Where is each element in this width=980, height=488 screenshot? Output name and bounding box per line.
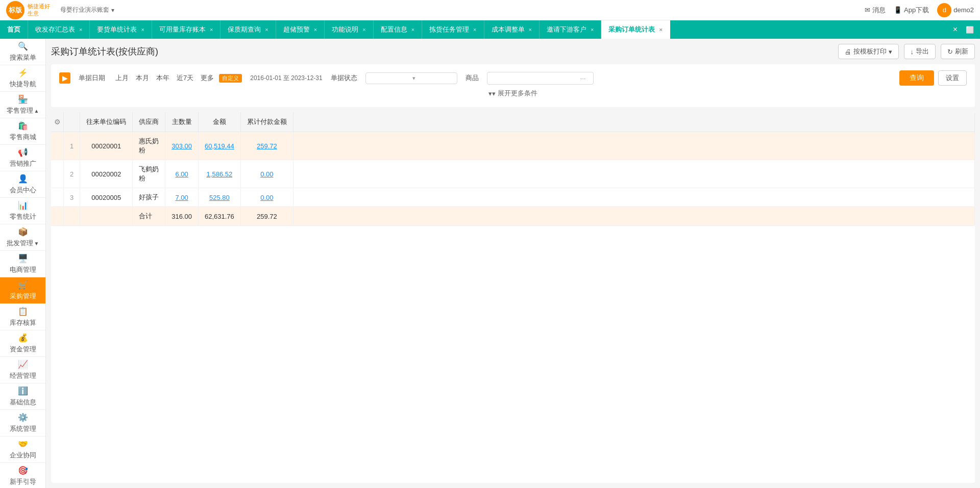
- tab-config-info-label: 配置信息: [381, 25, 407, 34]
- sidebar-item-retail-shop[interactable]: 🛍️ 零售商城: [0, 118, 45, 145]
- row2-main-qty[interactable]: 6.00: [165, 160, 199, 188]
- sidebar-item-system-mgmt[interactable]: ⚙️ 系统管理: [0, 410, 45, 436]
- export-button[interactable]: ↓ 导出: [904, 44, 936, 59]
- expand-more-row[interactable]: ▾▾ 展开更多条件: [59, 86, 967, 101]
- date-range-display: 2016-01-01 至 2023-12-31: [250, 74, 322, 83]
- table-gear-icon[interactable]: ⚙: [54, 118, 61, 126]
- col-main-qty: 主数量: [165, 112, 199, 132]
- date-shortcut-this-month[interactable]: 本月: [134, 72, 151, 84]
- tab-order-summary[interactable]: 要货单统计表 ×: [90, 20, 152, 39]
- table-row: 1 00020001 惠氏奶粉 303.00 60,519.44 259.72: [51, 132, 975, 160]
- tab-pick-task[interactable]: 拣货任务管理 ×: [422, 20, 484, 39]
- tab-home[interactable]: 首页: [0, 20, 28, 39]
- date-shortcut-this-year[interactable]: 本年: [154, 72, 172, 84]
- close-tab-pick-task[interactable]: ×: [473, 27, 476, 33]
- row1-paid-amount[interactable]: 259.72: [240, 132, 293, 160]
- close-tab-overstock-warning[interactable]: ×: [314, 27, 317, 33]
- export-label: 导出: [916, 47, 929, 56]
- tab-overstock-warning[interactable]: 超储预警 ×: [276, 20, 325, 39]
- sidebar-item-retail-stats[interactable]: 📊 零售统计: [0, 198, 45, 224]
- close-tab-receive-summary[interactable]: ×: [79, 27, 82, 33]
- workspace-arrow: ▾: [111, 7, 114, 14]
- row1-amount[interactable]: 60,519.44: [199, 132, 241, 160]
- refresh-button[interactable]: ↻ 刷新: [941, 44, 975, 59]
- date-shortcut-last-month[interactable]: 上月: [113, 72, 131, 84]
- filter-toggle-btn[interactable]: ▶: [59, 72, 70, 84]
- sidebar-item-search[interactable]: 🔍 搜索菜单: [0, 39, 45, 65]
- goods-input-dots[interactable]: ···: [578, 74, 588, 82]
- message-action[interactable]: ✉ 消息: [865, 6, 886, 15]
- filter-bar: ▶ 单据日期 上月 本月 本年 近7天 更多 自定义 2016-01-01 至 …: [51, 64, 975, 107]
- row2-paid-amount[interactable]: 0.00: [240, 160, 293, 188]
- close-tab-invite-downstream[interactable]: ×: [591, 27, 594, 33]
- sidebar-quick-nav-label: 快捷导航: [10, 80, 36, 89]
- workspace-selector[interactable]: 母婴行业演示账套 ▾: [60, 6, 114, 14]
- sidebar-wholesale-mgmt-label: 批发管理: [7, 239, 33, 248]
- footer-extra: [293, 207, 974, 226]
- user-info[interactable]: d demo2: [937, 3, 974, 17]
- sidebar-item-wholesale-mgmt[interactable]: 📦 批发管理 ▼: [0, 224, 45, 251]
- close-tab-cost-adjust[interactable]: ×: [529, 27, 532, 33]
- printer-icon: 🖨: [845, 48, 851, 56]
- row1-extra: [293, 132, 974, 160]
- sidebar-item-marketing[interactable]: 📢 营销推广: [0, 145, 45, 171]
- tab-config-info[interactable]: 配置信息 ×: [374, 20, 422, 39]
- date-custom-badge[interactable]: 自定义: [219, 74, 242, 83]
- row3-amount[interactable]: 525.80: [199, 188, 241, 207]
- status-dropdown[interactable]: ▾: [365, 72, 457, 84]
- date-shortcut-more[interactable]: 更多: [199, 72, 216, 84]
- row1-main-qty[interactable]: 303.00: [165, 132, 199, 160]
- tab-order-summary-label: 要货单统计表: [97, 25, 137, 34]
- operations-mgmt-icon: 📈: [18, 359, 28, 369]
- query-button[interactable]: 查询: [899, 70, 934, 86]
- tab-purchase-order-summary[interactable]: 采购订单统计表 ×: [601, 20, 670, 39]
- retail-mgmt-arrow: ▲: [34, 108, 39, 114]
- page-header-actions: 🖨 按模板打印 ▾ ↓ 导出 ↻ 刷新: [838, 44, 975, 59]
- sidebar-system-mgmt-label: 系统管理: [10, 424, 36, 433]
- sidebar-item-inventory-check[interactable]: 📋 库存核算: [0, 304, 45, 330]
- date-shortcut-7days[interactable]: 近7天: [175, 72, 195, 84]
- row3-main-qty[interactable]: 7.00: [165, 188, 199, 207]
- sidebar-enterprise-collab-label: 企业协同: [10, 451, 36, 460]
- top-bar: 标版 畅捷通好生意 母婴行业演示账套 ▾ ✉ 消息 📱 App下载 d demo…: [0, 0, 980, 20]
- template-print-button[interactable]: 🖨 按模板打印 ▾: [838, 44, 899, 59]
- user-name: demo2: [953, 6, 974, 14]
- col-settings[interactable]: ⚙: [51, 112, 64, 132]
- sidebar-item-retail-mgmt[interactable]: 🏪 零售管理 ▲: [0, 92, 45, 118]
- sidebar-item-ecommerce-mgmt[interactable]: 🖥️ 电商管理: [0, 251, 45, 277]
- tab-function-desc[interactable]: 功能说明 ×: [325, 20, 373, 39]
- row2-amount[interactable]: 1,586.52: [199, 160, 241, 188]
- settings-button[interactable]: 设置: [938, 70, 967, 86]
- close-all-tabs-btn[interactable]: ×: [951, 23, 960, 36]
- tab-purchase-order-summary-label: 采购订单统计表: [608, 25, 655, 34]
- sidebar-item-basic-info[interactable]: ℹ️ 基础信息: [0, 383, 45, 410]
- maximize-btn[interactable]: ⬜: [964, 24, 976, 36]
- sidebar-member-center-label: 会员中心: [10, 186, 36, 195]
- tab-available-stock[interactable]: 可用量库存账本 ×: [152, 20, 220, 39]
- sidebar-wholesale-group: 批发管理 ▼: [7, 239, 39, 248]
- sidebar-item-member-center[interactable]: 👤 会员中心: [0, 171, 45, 198]
- row3-paid-amount[interactable]: 0.00: [240, 188, 293, 207]
- tab-expiry-query[interactable]: 保质期查询 ×: [220, 20, 276, 39]
- close-tab-purchase-order-summary[interactable]: ×: [659, 27, 662, 33]
- app-download-action[interactable]: 📱 App下载: [894, 6, 929, 15]
- sidebar-item-operations-mgmt[interactable]: 📈 经营管理: [0, 357, 45, 383]
- tab-invite-downstream[interactable]: 邀请下游客户 ×: [540, 20, 601, 39]
- tab-cost-adjust[interactable]: 成本调整单 ×: [484, 20, 540, 39]
- close-tab-config-info[interactable]: ×: [411, 27, 414, 33]
- date-filter-label: 单据日期: [79, 73, 105, 83]
- goods-input[interactable]: [493, 74, 578, 82]
- close-tab-order-summary[interactable]: ×: [141, 27, 144, 33]
- sidebar-item-new-guide[interactable]: 🎯 新手引导: [0, 463, 45, 488]
- close-tab-expiry-query[interactable]: ×: [265, 27, 268, 33]
- table-footer-row: 合计 316.00 62,631.76 259.72: [51, 207, 975, 226]
- close-tab-function-desc[interactable]: ×: [362, 27, 365, 33]
- sidebar-item-quick-nav[interactable]: ⚡ 快捷导航: [0, 65, 45, 92]
- close-tab-available-stock[interactable]: ×: [210, 27, 213, 33]
- tab-receive-summary[interactable]: 收发存汇总表 ×: [28, 20, 90, 39]
- sidebar-item-enterprise-collab[interactable]: 🤝 企业协同: [0, 436, 45, 463]
- new-guide-icon: 🎯: [18, 466, 28, 475]
- sidebar-item-finance-mgmt[interactable]: 💰 资金管理: [0, 330, 45, 357]
- search-icon: 🔍: [18, 41, 28, 51]
- sidebar-item-purchase-mgmt[interactable]: 🛒 采购管理: [0, 277, 45, 304]
